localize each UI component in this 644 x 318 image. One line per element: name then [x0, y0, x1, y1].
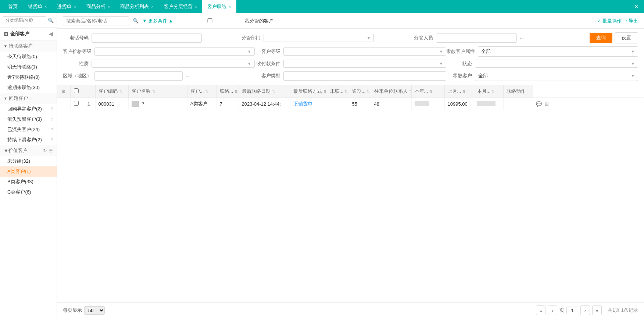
col-gear: ⚙	[57, 85, 70, 98]
close-customer-contact-tab[interactable]: ×	[229, 4, 231, 9]
prev-page-button[interactable]: ‹	[548, 305, 557, 315]
sidebar-item-ungrouped[interactable]: 未分组(32)	[0, 156, 57, 166]
search-input[interactable]	[63, 16, 129, 25]
filter-select-nature[interactable]: ▼	[92, 60, 255, 68]
sidebar-item-7days-pending[interactable]: 近7天待联络(0)	[0, 72, 57, 82]
page-input[interactable]	[566, 307, 578, 314]
filter-cell-dept: 分管部门 ▼	[235, 34, 407, 42]
sidebar-item-repurchase-abnormal[interactable]: 回购异常客户(2) ?	[0, 104, 57, 114]
settings-button[interactable]: 设置	[615, 32, 638, 43]
gear-icon[interactable]: ⚙	[61, 89, 66, 94]
sort-icon-type[interactable]: ⇅	[205, 89, 208, 93]
bulk-op-button[interactable]: ✓ 批量操作	[597, 18, 622, 24]
sidebar-item-churn-warning[interactable]: 流失预警客户(3) ?	[0, 114, 57, 124]
sidebar-item-c-class[interactable]: C类客户(6)	[0, 187, 57, 197]
sidebar-collapse-icon[interactable]: ◀	[49, 31, 53, 37]
sidebar-item-tomorrow-pending[interactable]: 明天待联络(1)	[0, 62, 57, 72]
more-filters-arrow: ▲	[168, 18, 173, 24]
section-arrow-problem: ▼	[4, 96, 7, 100]
filter-select-price-level[interactable]: ▼	[94, 47, 255, 56]
filter-label-dept: 分管部门	[235, 35, 261, 41]
nav-tab-product-analysis[interactable]: 商品分析 ×	[81, 0, 115, 13]
nav-tab-product-analysis-list[interactable]: 商品分析列表 ×	[115, 0, 158, 13]
sidebar-item-churned[interactable]: 已流失客户(24) ?	[0, 124, 57, 135]
message-icon[interactable]: 💬	[536, 101, 542, 107]
close-customer-seg-tab[interactable]: ×	[195, 4, 197, 9]
nav-tab-sales[interactable]: 销货单 ×	[23, 0, 52, 13]
add-icon[interactable]: ☰	[49, 148, 53, 153]
help-icon-churn-warning[interactable]: ?	[51, 117, 53, 121]
sort-icon-method[interactable]: ⇅	[323, 89, 326, 93]
nav-tab-customer-segmentation[interactable]: 客户分层经营 ×	[159, 0, 202, 13]
close-product-analysis-tab[interactable]: ×	[108, 4, 110, 9]
sort-icon-no-contact[interactable]: ⇅	[345, 89, 348, 93]
sort-icon-this-month[interactable]: ⇅	[492, 89, 495, 93]
sidebar-section-value[interactable]: ▼ 价值客户 ↻ ☰	[0, 145, 57, 156]
check-icon: ✓	[597, 18, 601, 24]
filter-select-dept[interactable]: ▼	[264, 34, 374, 42]
sort-icon-name[interactable]: ⇅	[152, 89, 155, 93]
table-row: 1 000031 ? A类客户 7 2023-04-12 14:44: 下销货单	[57, 98, 644, 110]
my-customers-checkbox[interactable]	[177, 18, 243, 23]
next-page-button[interactable]: ›	[580, 305, 590, 315]
more-filters-button[interactable]: ▼ 更多条件 ▲	[142, 18, 173, 24]
row-action-cell: 💬 ⊞	[533, 98, 644, 110]
help-icon-declining[interactable]: ?	[51, 138, 53, 142]
sort-icon-date[interactable]: ⇅	[272, 89, 275, 93]
filter-input-region[interactable]	[94, 71, 183, 81]
sidebar-item-declining[interactable]: 持续下滑客户(2) ?	[0, 135, 57, 145]
nav-tab-purchase[interactable]: 进货单 ×	[52, 0, 81, 13]
filter-input-cust-type[interactable]	[283, 71, 447, 81]
filter-select-payment[interactable]: ▼	[283, 60, 447, 68]
filter-label-price-level: 客户价格等级	[63, 48, 92, 55]
close-product-analysis-list-tab[interactable]: ×	[151, 4, 153, 9]
chevron-down-icon-8: ▼	[631, 74, 635, 78]
qr-icon[interactable]: ⊞	[545, 101, 549, 107]
filter-buttons: 查询 设置	[579, 32, 638, 43]
sidebar-item-b-class[interactable]: B类客户(33)	[0, 177, 57, 187]
row-gear-cell	[57, 98, 70, 110]
sidebar-all-customers-header[interactable]: ⊞ 全部客户 ◀	[0, 28, 57, 40]
export-button[interactable]: ↑ 导出	[625, 18, 638, 24]
sidebar-item-today-pending[interactable]: 今天待联络(0)	[0, 52, 57, 62]
sort-icon-code[interactable]: ⇅	[119, 89, 122, 93]
nav-home[interactable]: 首页	[3, 0, 23, 13]
per-page-select[interactable]: 50 100	[84, 306, 105, 315]
filter-select-cust-level[interactable]: ▼	[283, 47, 447, 56]
sidebar-section-pending[interactable]: ▼ 待联络客户	[0, 40, 57, 52]
total-records-label: 共1页 1条记录	[608, 307, 638, 314]
sidebar-item-a-class[interactable]: A类客户(1)	[0, 166, 57, 177]
help-icon-repurchase[interactable]: ?	[51, 107, 53, 111]
region-more-icon[interactable]: ···	[186, 73, 190, 79]
sort-icon-year[interactable]: ⇅	[429, 89, 432, 93]
filter-label-region: 区域（地区）	[63, 73, 92, 79]
window-close-button[interactable]: ×	[632, 3, 641, 10]
customer-table: ⚙ 客户编码 ⇅	[57, 85, 644, 110]
row-this-month-cell	[503, 98, 533, 110]
last-page-button[interactable]: »	[592, 305, 602, 315]
refresh-icon[interactable]: ↻	[43, 148, 47, 153]
sort-icon-contact[interactable]: ⇅	[235, 89, 237, 93]
filter-select-status[interactable]: ▼	[475, 60, 638, 68]
filter-input-phone[interactable]	[92, 33, 202, 43]
sidebar-search-input[interactable]	[3, 16, 46, 24]
sort-icon-overdue[interactable]: ⇅	[367, 89, 370, 93]
filter-select-retail-attr[interactable]: 全部 ▼	[478, 46, 638, 57]
person-more-icon[interactable]: ···	[520, 35, 524, 41]
close-sales-tab[interactable]: ×	[44, 4, 47, 9]
last-method-link[interactable]: 下销货单	[293, 101, 312, 106]
filter-search-icon[interactable]: 🔍	[133, 18, 139, 24]
help-icon-churned[interactable]: ?	[51, 127, 53, 132]
sidebar-item-overdue-contact[interactable]: 逾期未联络(30)	[0, 82, 57, 93]
nav-tab-customer-contact[interactable]: 客户联络 ×	[202, 0, 236, 13]
select-all-checkbox[interactable]	[74, 88, 79, 93]
sidebar-section-problem[interactable]: ▼ 问题客户	[0, 93, 57, 104]
query-button[interactable]: 查询	[590, 33, 612, 43]
filter-input-person[interactable]	[436, 33, 517, 43]
sidebar-search-icon[interactable]: 🔍	[48, 18, 54, 23]
row-checkbox[interactable]	[74, 101, 79, 106]
close-purchase-tab[interactable]: ×	[74, 4, 76, 9]
first-page-button[interactable]: «	[536, 305, 545, 315]
filter-select-retail[interactable]: 全部 ▼	[475, 71, 638, 81]
sort-icon-last-month[interactable]: ⇅	[462, 89, 465, 93]
